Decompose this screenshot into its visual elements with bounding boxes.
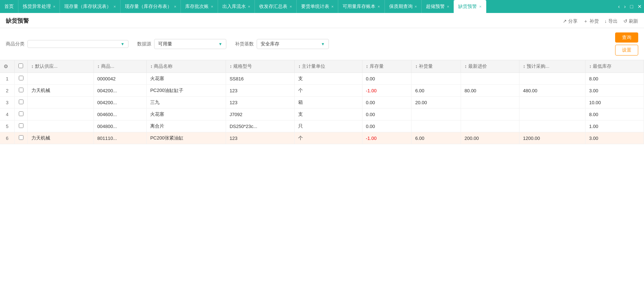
tab-close-4[interactable]: × xyxy=(211,4,213,9)
tab-item-0[interactable]: 首页 xyxy=(0,0,18,13)
col-latest-price: ↕ 最新进价 xyxy=(461,60,519,73)
cell-supplier-0 xyxy=(27,73,93,85)
tab-item-1[interactable]: 拣货异常处理× xyxy=(18,0,60,13)
cell-latest-price-0 xyxy=(461,73,519,85)
export-icon: ↓ xyxy=(605,18,607,24)
refresh-icon: ↺ xyxy=(623,18,627,24)
cell-product-code-5: 801110... xyxy=(93,132,147,144)
cell-latest-price-2 xyxy=(461,97,519,109)
cell-replenish-4 xyxy=(412,120,461,132)
cell-est-purchase-3 xyxy=(519,109,585,120)
refresh-label: 刷新 xyxy=(629,18,638,25)
tab-close-7[interactable]: × xyxy=(331,4,334,9)
tab-item-5[interactable]: 出入库流水× xyxy=(218,0,255,13)
basis-filter-group: 补货基数 安全库存 ▼ xyxy=(235,39,329,49)
tab-item-6[interactable]: 收发存汇总表× xyxy=(255,0,296,13)
cell-min-stock-3: 8.00 xyxy=(585,109,644,120)
refresh-action[interactable]: ↺ 刷新 xyxy=(623,18,638,25)
cell-replenish-5: 6.00 xyxy=(412,132,461,144)
tab-item-7[interactable]: 要货单统计表× xyxy=(297,0,338,13)
basis-select[interactable]: 安全库存 ▼ xyxy=(257,39,329,49)
replenish-action[interactable]: ＋ 补货 xyxy=(583,18,599,25)
tab-nav-buttons: ‹ › □ ✕ xyxy=(616,0,644,13)
category-filter-label: 商品分类 xyxy=(6,41,25,47)
row-checkbox-2[interactable] xyxy=(19,100,23,104)
tab-item-8[interactable]: 可用量库存账本× xyxy=(338,0,384,13)
cell-product-code-4: 004800... xyxy=(93,120,147,132)
col-unit: ↕ 主计量单位 xyxy=(295,60,362,73)
datasource-filter-label: 数据源 xyxy=(137,41,151,47)
col-min-stock: ↕ 最低库存 xyxy=(585,60,644,73)
datasource-select[interactable]: 可用量 ▼ xyxy=(154,39,226,49)
table-row: 6力天机械801110...PC200张紧油缸123个-1.006.00200.… xyxy=(0,132,644,144)
header-actions: ↗ 分享 ＋ 补货 ↓ 导出 ↺ 刷新 xyxy=(563,18,639,25)
cell-unit-3: 支 xyxy=(295,109,362,120)
basis-filter-label: 补货基数 xyxy=(235,41,254,47)
tab-close-9[interactable]: × xyxy=(415,4,417,9)
col-stock: ↕ 库存量 xyxy=(362,60,412,73)
col-product-name: ↕ 商品名称 xyxy=(147,60,226,73)
tab-item-9[interactable]: 保质期查询× xyxy=(385,0,422,13)
cell-product-name-0: 火花塞 xyxy=(147,73,226,85)
cell-product-code-2: 004200... xyxy=(93,97,147,109)
replenish-icon: ＋ xyxy=(583,18,588,25)
tab-close-5[interactable]: × xyxy=(248,4,250,9)
row-checkbox-1[interactable] xyxy=(19,88,23,92)
row-checkbox-3[interactable] xyxy=(19,111,23,116)
cell-spec-0: SS816 xyxy=(226,73,294,85)
cell-est-purchase-5: 1200.00 xyxy=(519,132,585,144)
cell-stock-4: 0.00 xyxy=(362,120,412,132)
export-action[interactable]: ↓ 导出 xyxy=(605,18,618,25)
tab-close-3[interactable]: × xyxy=(174,4,176,9)
cell-replenish-2: 20.00 xyxy=(412,97,461,109)
tab-close-10[interactable]: × xyxy=(447,4,449,9)
cell-stock-5: -1.00 xyxy=(362,132,412,144)
row-num-5: 6 xyxy=(0,132,14,144)
row-checkbox-cell-3 xyxy=(14,109,27,120)
col-settings: ⚙ xyxy=(0,60,14,73)
tab-item-2[interactable]: 现存量（库存状况表）× xyxy=(60,0,120,13)
col-supplier: ↕ 默认供应... xyxy=(27,60,93,73)
tab-close-6[interactable]: × xyxy=(290,4,292,9)
tab-close-11[interactable]: × xyxy=(479,4,481,9)
col-product-code: ↕ 商品... xyxy=(93,60,147,73)
datasource-filter-group: 数据源 可用量 ▼ xyxy=(137,39,226,49)
tab-scroll-left[interactable]: ‹ xyxy=(616,0,622,13)
row-checkbox-0[interactable] xyxy=(19,76,23,80)
tab-close-2[interactable]: × xyxy=(113,4,116,9)
cell-product-code-1: 004200... xyxy=(93,85,147,97)
restore-window[interactable]: □ xyxy=(628,0,635,13)
tab-item-10[interactable]: 超储预警× xyxy=(422,0,454,13)
query-button[interactable]: 查询 xyxy=(615,32,638,43)
tab-item-4[interactable]: 库存批次账× xyxy=(181,0,218,13)
cell-min-stock-0: 8.00 xyxy=(585,73,644,85)
cell-min-stock-1: 3.00 xyxy=(585,85,644,97)
row-checkbox-5[interactable] xyxy=(19,135,23,140)
col-checkbox xyxy=(14,60,27,73)
page-header: 缺货预警 ↗ 分享 ＋ 补货 ↓ 导出 ↺ 刷新 xyxy=(0,13,644,28)
tab-item-11[interactable]: 缺货预警× xyxy=(454,0,486,13)
cell-replenish-1: 6.00 xyxy=(412,85,461,97)
cell-stock-3: 0.00 xyxy=(362,109,412,120)
cell-stock-1: -1.00 xyxy=(362,85,412,97)
select-all-checkbox[interactable] xyxy=(18,63,23,68)
cell-replenish-3 xyxy=(412,109,461,120)
table-gear-icon[interactable]: ⚙ xyxy=(4,63,8,69)
cell-stock-2: 0.00 xyxy=(362,97,412,109)
cell-product-code-3: 004600... xyxy=(93,109,147,120)
category-select[interactable]: ▼ xyxy=(27,40,129,48)
tab-item-3[interactable]: 现存量（库存分布表）× xyxy=(121,0,181,13)
tab-scroll-right[interactable]: › xyxy=(622,0,628,13)
settings-button[interactable]: 设置 xyxy=(615,45,638,56)
row-num-3: 4 xyxy=(0,109,14,120)
close-window[interactable]: ✕ xyxy=(635,0,644,13)
share-label: 分享 xyxy=(568,18,578,25)
share-action[interactable]: ↗ 分享 xyxy=(563,18,578,25)
row-checkbox-4[interactable] xyxy=(19,123,23,128)
table-header-row: ⚙ ↕ 默认供应... ↕ 商品... ↕ 商品名称 ↕ xyxy=(0,60,644,73)
cell-spec-4: DS250*23c... xyxy=(226,120,294,132)
tab-close-8[interactable]: × xyxy=(378,4,380,9)
col-spec: ↕ 规格型号 xyxy=(226,60,294,73)
datasource-select-arrow: ▼ xyxy=(218,42,222,46)
tab-close-1[interactable]: × xyxy=(53,4,55,9)
